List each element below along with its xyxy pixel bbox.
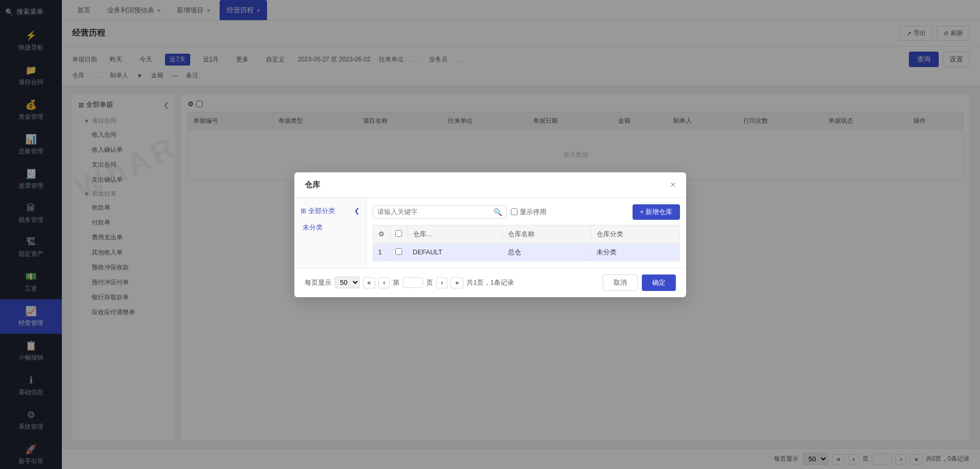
modal-row-check[interactable] [390,243,407,261]
modal-row-code: DEFAULT [407,243,503,261]
modal-body: ⊞ 全部分类 ❮ 未分类 🔍 显示停用 [294,198,686,268]
modal-sidebar: ⊞ 全部分类 ❮ 未分类 [294,198,367,268]
modal-col-code: 仓库... [407,225,503,243]
modal-row-name: 总仓 [503,243,591,261]
warehouse-modal: 仓库 × ⊞ 全部分类 ❮ 未分类 🔍 [294,172,686,297]
modal-title: 仓库 [305,180,320,190]
modal-sidebar-all[interactable]: ⊞ 全部分类 ❮ [294,203,366,219]
modal-col-check [390,225,407,243]
modal-footer-actions: 取消 确定 [603,274,676,291]
modal-main: 🔍 显示停用 + 新增仓库 ⚙ 仓库... [367,198,686,268]
modal-col-gear: ⚙ [373,225,390,243]
modal-sidebar-unclassified[interactable]: 未分类 [294,219,366,236]
confirm-button[interactable]: 确定 [642,274,676,291]
table-row[interactable]: 1 DEFAULT 总仓 未分类 [373,243,679,261]
modal-search-input[interactable] [377,208,493,216]
grid-icon-modal: ⊞ [301,207,306,215]
modal-sidebar-collapse[interactable]: ❮ [354,207,360,215]
modal-next-page-btn[interactable]: › [436,277,447,288]
modal-prev-page-btn[interactable]: ‹ [378,277,390,288]
modal-pagination: 每页显示 50 « ‹ 第 1 页 › » 共1页，1条记录 [305,277,514,288]
modal-footer: 每页显示 50 « ‹ 第 1 页 › » 共1页，1条记录 取消 确定 [294,268,686,297]
modal-row-category: 未分类 [591,243,679,261]
cancel-button[interactable]: 取消 [603,274,638,291]
modal-close-btn[interactable]: × [670,180,676,190]
modal-page-input[interactable]: 1 [403,277,423,288]
modal-page-label: 第 [393,278,400,287]
modal-per-page-select[interactable]: 50 [335,277,360,288]
modal-per-page-label: 每页显示 [305,278,331,287]
modal-row-gear: 1 [373,243,390,261]
modal-overlay[interactable]: 仓库 × ⊞ 全部分类 ❮ 未分类 🔍 [0,0,980,469]
modal-toolbar: 🔍 显示停用 + 新增仓库 [373,204,680,220]
modal-page-label2: 页 [426,278,433,287]
modal-header: 仓库 × [294,172,686,198]
modal-col-category: 仓库分类 [591,225,679,243]
modal-table-wrapper: ⚙ 仓库... 仓库名称 仓库分类 1 DEFAULT [373,225,680,262]
modal-total-label: 共1页，1条记录 [467,278,514,287]
modal-search-icon: 🔍 [493,208,502,216]
modal-last-page-btn[interactable]: » [451,277,463,288]
modal-table: ⚙ 仓库... 仓库名称 仓库分类 1 DEFAULT [373,225,680,262]
modal-search-box[interactable]: 🔍 [373,205,507,219]
modal-select-all[interactable] [395,230,402,237]
modal-col-name: 仓库名称 [503,225,591,243]
add-warehouse-button[interactable]: + 新增仓库 [633,204,679,220]
show-disabled-checkbox[interactable] [511,208,518,215]
modal-first-page-btn[interactable]: « [363,277,376,288]
show-disabled-label[interactable]: 显示停用 [511,207,546,217]
